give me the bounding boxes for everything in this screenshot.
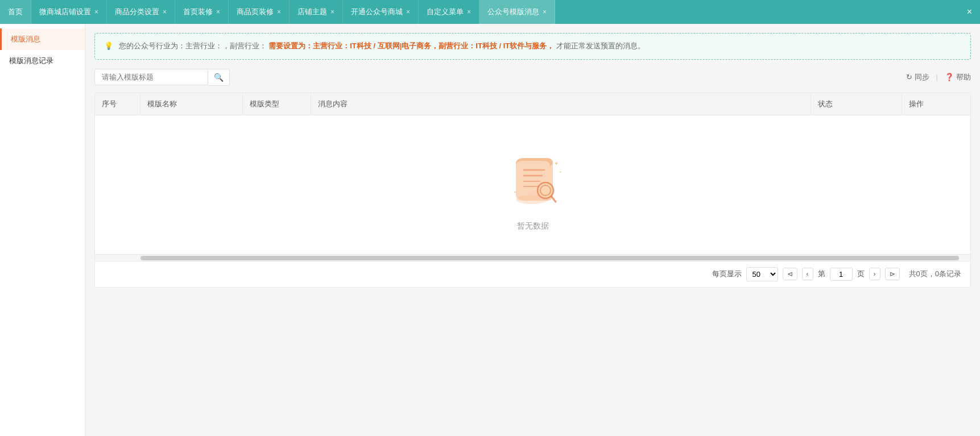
search-icon: 🔍: [214, 73, 224, 82]
nav-tab-shop-theme-close[interactable]: ×: [330, 8, 334, 16]
sync-button[interactable]: ↻ 同步: [906, 72, 929, 82]
notice-box: 💡 您的公众号行业为：主营行业：，副营行业： 需要设置为：主营行业：IT科技 /…: [94, 33, 971, 60]
nav-tab-weshop-close[interactable]: ×: [94, 8, 98, 16]
page-size-select[interactable]: 50 20 100: [746, 267, 778, 281]
svg-text:✦: ✦: [559, 170, 562, 174]
nav-tab-shop-theme-label: 店铺主题: [297, 7, 327, 17]
nav-tab-open-mall[interactable]: 开通公众号商城 ×: [343, 0, 419, 24]
nav-tab-home-decor[interactable]: 首页装修 ×: [175, 0, 229, 24]
table-wrap: 序号 模版名称 模版类型 消息内容 状态 操作: [94, 93, 971, 288]
top-nav: 首页 微商城店铺设置 × 商品分类设置 × 首页装修 × 商品页装修 × 店铺主…: [0, 0, 980, 24]
nav-tab-home[interactable]: 首页: [0, 0, 31, 24]
notice-prefix: 您的公众号行业为：主营行业：，副营行业：: [119, 41, 267, 50]
nav-tab-home-label: 首页: [8, 7, 23, 17]
sidebar-item-template-msg-label: 模版消息: [11, 35, 40, 43]
nav-tab-open-mall-label: 开通公众号商城: [351, 7, 403, 17]
th-status: 状态: [811, 93, 902, 115]
table-header: 序号 模版名称 模版类型 消息内容 状态 操作: [95, 93, 970, 115]
nav-tab-home-decor-close[interactable]: ×: [216, 8, 220, 16]
nav-tab-template-msg-label: 公众号模版消息: [487, 7, 539, 17]
nav-tab-shop-theme[interactable]: 店铺主题 ×: [290, 0, 343, 24]
pagination: 每页显示 50 20 100 ⊲ ‹ 第 页 › ⊳ 共0页，0条记录: [95, 261, 970, 287]
empty-icon: ✦ ✦ ✦: [499, 150, 567, 212]
nav-tab-custom-menu-label: 自定义菜单: [427, 7, 464, 17]
sidebar: 模版消息 模版消息记录: [0, 24, 85, 436]
nav-tab-custom-menu-close[interactable]: ×: [467, 8, 471, 16]
th-type: 模版类型: [243, 93, 311, 115]
nav-tab-weshop-label: 微商城店铺设置: [39, 7, 91, 17]
page-label-prefix: 第: [818, 269, 825, 279]
search-button[interactable]: 🔍: [208, 69, 230, 86]
th-action: 操作: [902, 93, 970, 115]
search-right: ↻ 同步 | ❓ 帮助: [906, 72, 971, 82]
sync-icon: ↻: [906, 73, 912, 81]
total-info: 共0页，0条记录: [909, 269, 961, 279]
main-layout: 模版消息 模版消息记录 💡 您的公众号行业为：主营行业：，副营行业： 需要设置为…: [0, 24, 980, 436]
th-name: 模版名称: [140, 93, 243, 115]
nav-tab-custom-menu[interactable]: 自定义菜单 ×: [419, 0, 479, 24]
nav-tab-weshop[interactable]: 微商城店铺设置 ×: [31, 0, 107, 24]
svg-line-7: [551, 196, 556, 202]
nav-tab-product-decor-label: 商品页装修: [237, 7, 274, 17]
help-icon: ❓: [945, 73, 954, 81]
notice-suffix: 才能正常发送预置的消息。: [556, 41, 645, 50]
search-left: 🔍: [94, 69, 230, 86]
close-all-button[interactable]: ×: [959, 7, 980, 17]
empty-state: ✦ ✦ ✦ 暂无数据: [95, 115, 970, 254]
help-label: 帮助: [956, 72, 971, 82]
notice-icon: 💡: [104, 41, 113, 50]
next-page-button[interactable]: ›: [869, 268, 880, 280]
nav-tab-home-decor-label: 首页装修: [183, 7, 213, 17]
last-page-button[interactable]: ⊳: [885, 268, 900, 280]
prev-page-button[interactable]: ‹: [802, 268, 813, 280]
page-number-input[interactable]: [830, 268, 853, 281]
page-size-label: 每页显示: [712, 269, 742, 279]
first-page-button[interactable]: ⊲: [783, 268, 797, 280]
scrollbar-thumb[interactable]: [140, 256, 959, 260]
nav-tab-product-decor-close[interactable]: ×: [277, 8, 281, 16]
nav-tab-template-msg[interactable]: 公众号模版消息 ×: [479, 0, 555, 24]
nav-tab-category-close[interactable]: ×: [163, 8, 167, 16]
nav-tab-template-msg-close[interactable]: ×: [543, 8, 547, 16]
sidebar-item-template-records[interactable]: 模版消息记录: [0, 50, 85, 72]
page-label-suffix: 页: [857, 269, 865, 279]
svg-text:✦: ✦: [513, 190, 517, 195]
nav-tab-category-label: 商品分类设置: [115, 7, 159, 17]
horizontal-scrollbar[interactable]: [95, 254, 970, 261]
th-content: 消息内容: [311, 93, 811, 115]
nav-tab-open-mall-close[interactable]: ×: [406, 8, 410, 16]
nav-tab-category[interactable]: 商品分类设置 ×: [107, 0, 175, 24]
svg-text:✦: ✦: [554, 160, 559, 167]
content-area: 💡 您的公众号行业为：主营行业：，副营行业： 需要设置为：主营行业：IT科技 /…: [85, 24, 980, 436]
sidebar-item-template-records-label: 模版消息记录: [9, 56, 53, 65]
th-index: 序号: [95, 93, 140, 115]
search-bar: 🔍 ↻ 同步 | ❓ 帮助: [94, 69, 971, 86]
empty-text: 暂无数据: [517, 221, 549, 231]
notice-highlight: 需要设置为：主营行业：IT科技 / 互联网|电子商务，副营行业：IT科技 / I…: [268, 41, 554, 50]
help-button[interactable]: ❓ 帮助: [945, 72, 971, 82]
divider: |: [936, 73, 938, 81]
nav-tab-product-decor[interactable]: 商品页装修 ×: [229, 0, 290, 24]
sync-label: 同步: [915, 72, 929, 82]
search-input[interactable]: [94, 69, 208, 85]
sidebar-item-template-msg[interactable]: 模版消息: [0, 28, 85, 50]
